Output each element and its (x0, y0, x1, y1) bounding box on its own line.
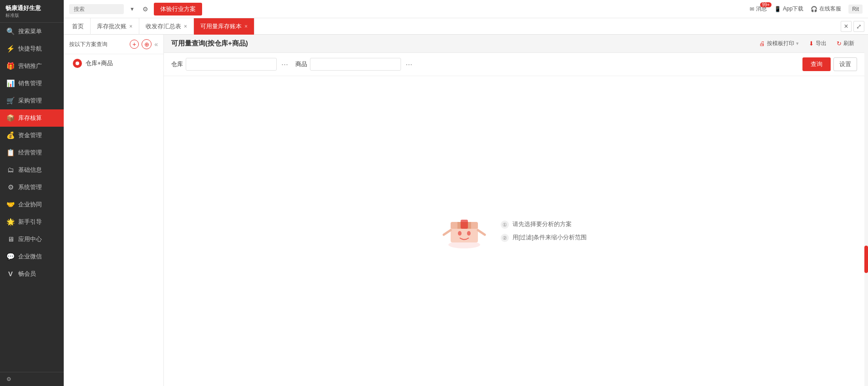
sidebar-item-inventory[interactable]: 📦 库存核算 (0, 109, 64, 127)
sidebar-item-system[interactable]: ⚙ 系统管理 (0, 179, 64, 196)
print-btn[interactable]: 🖨 按模板打印 ▾ (756, 38, 802, 49)
product-label: 商品 (295, 60, 307, 68)
page-actions: 🖨 按模板打印 ▾ ⬇ 导出 ↻ 刷新 (756, 38, 857, 49)
warehouse-more-icon[interactable]: ··· (279, 60, 290, 69)
sidebar: 畅康通好生意 标准版 🔍 搜索菜单 ⚡ 快捷导航 🎁 营销推广 📊 销售管理 🛒… (0, 0, 64, 386)
gift-icon: 🎁 (6, 62, 15, 70)
svg-rect-5 (461, 220, 468, 229)
refresh-label: 刷新 (843, 40, 854, 47)
product-field: 商品 ··· (295, 58, 414, 71)
product-input[interactable] (310, 58, 401, 71)
left-panel-header: 按以下方案查询 + ⊕ « (64, 35, 163, 54)
cart-icon: 🛒 (6, 97, 15, 105)
app-label: App下载 (783, 5, 803, 13)
sidebar-item-finance[interactable]: 💰 资金管理 (0, 127, 64, 144)
scheme-label: 按以下方案查询 (69, 41, 127, 48)
tip-text-2: 用[过滤]条件来缩小分析范围 (513, 233, 587, 242)
settings-icon: ⚙ (6, 376, 11, 382)
export-btn[interactable]: ⬇ 导出 (806, 38, 829, 49)
headset-icon: 🎧 (811, 6, 817, 12)
empty-state-inner: ① 请先选择要分析的方案 ② 用[过滤]条件来缩小分析范围 (442, 208, 587, 254)
topbar: ▾ ⚙ 体验行业方案 ✉ 消息 99+ 📱 App下载 🎧 在线客服 Rit (64, 0, 868, 18)
content-area: 按以下方案查询 + ⊕ « 仓库+商品 可用量查询(按仓库+商品) (64, 35, 868, 386)
tabs-actions: × ⤢ (841, 21, 868, 32)
sidebar-bottom: ⚙ (0, 372, 64, 386)
tab-home[interactable]: 首页 (66, 18, 91, 35)
sidebar-item-appcenter[interactable]: 🖥 应用中心 (0, 231, 64, 248)
shortcut-icon: ⚡ (6, 45, 15, 53)
topbar-online-service[interactable]: 🎧 在线客服 (811, 5, 841, 13)
sidebar-item-label: 系统管理 (18, 183, 42, 191)
chart-icon: 📊 (6, 79, 15, 87)
sidebar-item-shortcut[interactable]: ⚡ 快捷导航 (0, 40, 64, 57)
tab-inventory-summary[interactable]: 收发存汇总表 × (139, 18, 194, 35)
settings-button[interactable]: 设置 (833, 57, 857, 71)
topbar-gear-icon[interactable]: ⚙ (140, 4, 150, 14)
scheme-settings-btn[interactable]: ⊕ (142, 39, 152, 49)
sidebar-item-enterprise[interactable]: 🤝 企业协同 (0, 196, 64, 213)
sidebar-item-marketing[interactable]: 🎁 营销推广 (0, 57, 64, 75)
topbar-search-input[interactable] (69, 4, 124, 14)
scheme-item-label: 仓库+商品 (86, 59, 113, 67)
svg-line-9 (478, 230, 485, 235)
tab-batch-account[interactable]: 库存批次账 × (91, 18, 139, 35)
add-scheme-btn[interactable]: + (130, 40, 139, 49)
tabs-close-all-btn[interactable]: × (841, 21, 852, 32)
folder-icon: 🗂 (6, 166, 15, 174)
inventory-icon: 📦 (6, 114, 15, 122)
topbar-dropdown-icon[interactable]: ▾ (127, 5, 137, 14)
scheme-item-icon (73, 59, 82, 68)
sidebar-item-label: 库存核算 (18, 114, 42, 122)
sidebar-nav: 🔍 搜索菜单 ⚡ 快捷导航 🎁 营销推广 📊 销售管理 🛒 采购管理 📦 库存核… (0, 23, 64, 372)
svg-line-8 (444, 230, 451, 235)
query-button[interactable]: 查询 (802, 57, 831, 71)
collapse-arrow-icon[interactable]: « (154, 41, 158, 48)
tab-summary-close-icon[interactable]: × (184, 23, 187, 30)
svg-point-0 (76, 62, 79, 65)
warehouse-input[interactable] (186, 58, 277, 71)
product-more-icon[interactable]: ··· (404, 60, 414, 69)
tab-available-close-icon[interactable]: × (244, 23, 248, 30)
svg-point-6 (458, 231, 462, 236)
phone-icon: 📱 (774, 6, 781, 12)
tab-batch-close-icon[interactable]: × (129, 23, 132, 30)
sidebar-item-label: 资金管理 (18, 131, 42, 139)
tab-batch-label: 库存批次账 (97, 22, 127, 31)
empty-tip-1: ① 请先选择要分析的方案 (501, 220, 587, 229)
user-name: Rit (852, 6, 859, 12)
topbar-user[interactable]: Rit (848, 5, 863, 14)
sidebar-item-operations[interactable]: 📋 经营管理 (0, 144, 64, 161)
app-title: 畅康通好生意 (5, 5, 58, 12)
sidebar-item-baseinfo[interactable]: 🗂 基础信息 (0, 161, 64, 179)
tab-home-label: 首页 (72, 22, 84, 31)
sidebar-item-wechat[interactable]: 💬 企业微信 (0, 248, 64, 265)
empty-tip-2: ② 用[过滤]条件来缩小分析范围 (501, 233, 587, 242)
tabs-expand-btn[interactable]: ⤢ (853, 21, 864, 32)
scrollbar-thumb[interactable] (864, 246, 868, 273)
sidebar-item-sales[interactable]: 📊 销售管理 (0, 75, 64, 92)
industry-btn[interactable]: 体验行业方案 (154, 3, 202, 15)
topbar-message[interactable]: ✉ 消息 99+ (750, 5, 767, 13)
warehouse-field: 仓库 ··· (171, 58, 290, 71)
sidebar-item-search[interactable]: 🔍 搜索菜单 (0, 23, 64, 40)
sidebar-item-label: 搜索菜单 (18, 27, 42, 36)
refresh-icon: ↻ (837, 40, 842, 47)
export-label: 导出 (816, 40, 827, 47)
gear-icon: ⚙ (6, 183, 15, 191)
handshake-icon: 🤝 (6, 201, 15, 209)
message-badge: 99+ (760, 2, 772, 7)
refresh-btn[interactable]: ↻ 刷新 (834, 38, 857, 49)
sidebar-item-label: 企业协同 (18, 201, 42, 209)
print-label: 按模板打印 (767, 40, 794, 47)
sidebar-item-member[interactable]: V 畅会员 (0, 265, 64, 283)
topbar-app-download[interactable]: 📱 App下载 (774, 5, 803, 13)
sidebar-item-purchase[interactable]: 🛒 采购管理 (0, 92, 64, 109)
sidebar-item-guide[interactable]: 🌟 新手引导 (0, 213, 64, 231)
tip-num-1: ① (501, 221, 509, 229)
main-area: ▾ ⚙ 体验行业方案 ✉ 消息 99+ 📱 App下载 🎧 在线客服 Rit (64, 0, 868, 386)
scheme-item-warehouse-product[interactable]: 仓库+商品 (64, 54, 163, 72)
service-label: 在线客服 (819, 5, 841, 13)
right-scrollbar[interactable] (864, 35, 868, 386)
tab-available-inventory[interactable]: 可用量库存账本 × (194, 18, 254, 35)
app-subtitle: 标准版 (5, 12, 58, 19)
